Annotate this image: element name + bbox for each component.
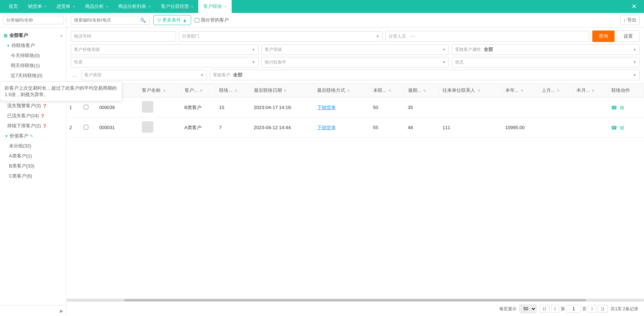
th-last-contact-method[interactable]: 最后联络方式 ⇅ <box>314 84 370 98</box>
export-button[interactable]: ↑ 导出 <box>620 15 640 25</box>
nav-product-analysis-list[interactable]: 商品分析列表 × <box>113 0 156 13</box>
customer-level-field[interactable]: 客户等级 ▼ <box>261 44 449 55</box>
sort-last-date-icon[interactable]: ⇅ <box>284 89 287 93</box>
sort-this-month-icon[interactable]: ⇅ <box>592 89 594 93</box>
nav-home[interactable]: 首页 <box>4 0 23 13</box>
close-customer-segmentation[interactable]: × <box>191 4 193 9</box>
page-first-btn[interactable]: ⟨⟨ <box>539 305 550 313</box>
sort-last-month-icon[interactable]: ⇅ <box>557 89 560 93</box>
row-2-checkbox[interactable] <box>84 125 88 129</box>
page-next-btn[interactable]: ⟩ <box>588 305 596 313</box>
value-customer-group-title[interactable]: ▼ 价值客户 ✎ <box>2 131 66 141</box>
phone-input[interactable] <box>94 34 173 39</box>
sort-method-icon[interactable]: ⇅ <box>347 89 350 93</box>
contact-icon-1[interactable]: ☎ <box>611 105 617 110</box>
filter-search-input[interactable] <box>74 18 139 23</box>
all-customers-header[interactable]: ⊞ 全部客户 » <box>0 30 66 41</box>
sidebar-item-b-class[interactable]: B类客户(33) <box>2 161 66 171</box>
sort-overdue-icon[interactable]: ⇅ <box>423 89 426 93</box>
filter-more-conditions[interactable]: ▽ 更多条件 ▲ <box>153 15 191 25</box>
method-link-1[interactable]: 下销货单 <box>317 105 336 110</box>
th-no-contact[interactable]: 未联... ⇅ <box>370 84 405 98</box>
row-1-checkbox[interactable] <box>84 105 88 109</box>
gender-field[interactable]: 性质 ▼ <box>71 57 259 67</box>
horizontal-scrollbar[interactable] <box>66 298 644 301</box>
filter-search-icon[interactable]: 🔍 <box>140 18 146 23</box>
method-link-2[interactable]: 下销货单 <box>317 125 336 130</box>
sidebar-search-input[interactable] <box>3 16 63 24</box>
retail-attr-field[interactable]: 零散客户属性 全部 ▼ <box>452 44 640 55</box>
th-last-contact-date[interactable]: 最后联络日期 ⇅ <box>251 84 314 98</box>
sidebar-section: ⊞ 全部客户 » ▼ 待联络客户 今天待联络(0) 明天待联络(1) 近7天待联… <box>0 28 66 305</box>
page-size-select[interactable]: 50 <box>519 305 537 313</box>
edit-icon[interactable]: ✎ <box>30 134 33 138</box>
sidebar-search-area: 🔍 <box>0 13 66 28</box>
sort-name-icon[interactable]: ⇅ <box>163 89 166 93</box>
close-customer-contact[interactable]: × <box>224 4 226 9</box>
value-customer-group: ▼ 价值客户 ✎ 未分组(32) A类客户(1) B类客户(33) C类客户(6… <box>2 131 66 181</box>
sidebar-item-7days[interactable]: 近7天待联络(0) <box>4 71 66 81</box>
customer-type-field[interactable]: 客户类型 ▼ <box>81 70 207 80</box>
sidebar-item-ungrouped[interactable]: 未分组(32) <box>2 141 66 151</box>
collapse-icon[interactable]: » <box>60 33 62 38</box>
th-this-month[interactable]: 本月... ⇅ <box>573 84 608 98</box>
page-number-input[interactable] <box>566 305 581 313</box>
contact-icon-2[interactable]: ☎ <box>611 125 617 131</box>
retail-customer-field[interactable]: 零散客户 全部 ▼ <box>210 70 640 80</box>
sidebar-item-declining[interactable]: 持续下滑客户(2) ❓ <box>0 121 66 131</box>
help-icon-declining[interactable]: ❓ <box>42 124 47 128</box>
th-last-month[interactable]: 上月... ⇅ <box>539 84 574 98</box>
th-level[interactable]: 客户... ⇅ <box>181 84 216 98</box>
help-icon-churn-warning[interactable]: ❓ <box>42 104 47 108</box>
more-icon-2[interactable]: ⊞ <box>620 125 624 131</box>
price-level-field[interactable]: 客户价格等级 ▼ <box>71 44 259 55</box>
more-dots[interactable]: ... <box>71 72 78 78</box>
page-last-btn[interactable]: ⟩⟩ <box>598 305 608 313</box>
filter-search-box[interactable]: 🔍 <box>71 16 150 25</box>
nav-customer-segmentation[interactable]: 客户分层经营 × <box>156 0 198 13</box>
td-no-contact-1: 50 <box>370 98 405 118</box>
sort-contact-count-icon[interactable]: ⇅ <box>235 89 237 93</box>
sidebar-item-churn-warning[interactable]: 流失预警客户(3) ❓ <box>0 101 66 111</box>
nav-product-analysis[interactable]: 商品分析 × <box>80 0 113 13</box>
th-contact-person[interactable]: 往来单位联系人 ⇅ <box>440 84 502 98</box>
waiting-contact-group-title[interactable]: ▼ 待联络客户 <box>4 41 66 51</box>
nav-sales-order[interactable]: 销货单 × <box>23 0 51 13</box>
dept-field[interactable]: 分管部门 ▼ <box>179 31 383 42</box>
td-method-2: 下销货单 <box>314 118 370 138</box>
sidebar-item-churned[interactable]: 已流失客户(24) ❓ <box>0 111 66 121</box>
my-customers-checkbox-label[interactable]: 我分管的客户 <box>195 17 229 23</box>
nav-customer-contact[interactable]: 客户联络 × <box>198 0 231 13</box>
sort-this-year-icon[interactable]: ⇅ <box>520 89 523 93</box>
sidebar-scroll-right[interactable]: ▶ <box>60 308 63 313</box>
sort-no-contact-icon[interactable]: ⇅ <box>388 89 391 93</box>
sidebar-item-c-class[interactable]: C类客户(6) <box>2 171 66 181</box>
sort-contact-person-icon[interactable]: ⇅ <box>477 89 480 93</box>
nav-purchase-order[interactable]: 进货单 × <box>51 0 80 13</box>
sidebar-item-tomorrow[interactable]: 明天待联络(1) <box>4 61 66 71</box>
payment-field[interactable]: 收付款条件 ▼ <box>261 57 449 67</box>
th-this-year[interactable]: 本年... ⇅ <box>502 84 539 98</box>
more-icon-1[interactable]: ⊞ <box>620 105 624 110</box>
help-icon-churned[interactable]: ❓ <box>40 114 45 118</box>
phone-field[interactable]: 电话号码 <box>71 31 176 42</box>
th-name[interactable]: 客户名称 ⇅ <box>139 84 182 98</box>
settings-button[interactable]: 设置 <box>617 30 640 42</box>
close-purchase-order[interactable]: × <box>73 4 75 9</box>
close-product-analysis[interactable]: × <box>106 4 108 9</box>
my-customers-checkbox[interactable] <box>195 18 199 23</box>
sidebar-item-today[interactable]: 今天待联络(0) <box>4 51 66 61</box>
page-prev-btn[interactable]: ⟨ <box>551 305 559 313</box>
query-button[interactable]: 查询 <box>592 30 615 42</box>
close-sales-order[interactable]: × <box>44 4 46 9</box>
th-overdue[interactable]: 逾期... ⇅ <box>405 84 440 98</box>
manager-dots[interactable]: ··· <box>409 33 416 39</box>
sort-level-icon[interactable]: ⇅ <box>200 89 203 93</box>
th-contact-count[interactable]: 联络... ⇅ <box>216 84 251 98</box>
manager-field[interactable]: 分管人员 ··· <box>385 31 589 42</box>
td-level-1: B类客户 <box>181 98 216 118</box>
status-field[interactable]: 状态 ▼ <box>452 57 640 67</box>
sidebar-item-a-class[interactable]: A类客户(1) <box>2 151 66 161</box>
close-product-analysis-list[interactable]: × <box>148 4 150 9</box>
window-close-button[interactable]: ✕ <box>628 3 640 10</box>
